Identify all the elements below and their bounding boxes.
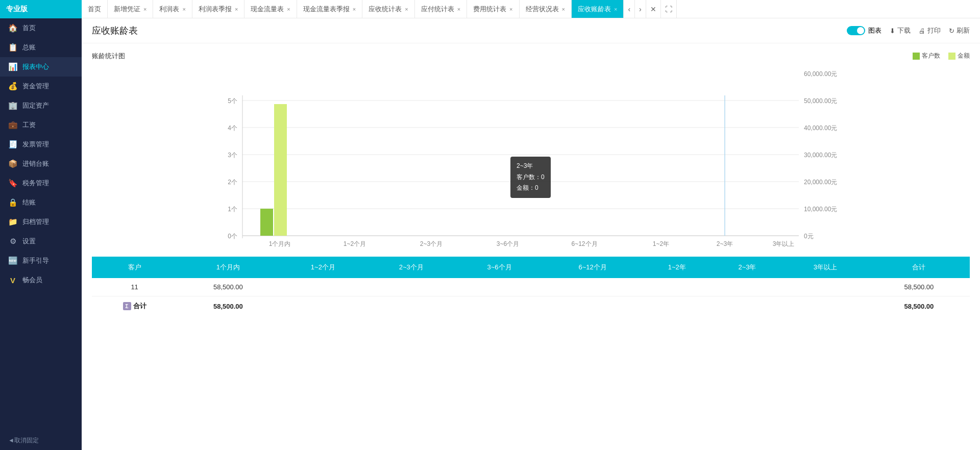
x-label-7: 3年以上 bbox=[773, 240, 795, 247]
tab-close-all-button[interactable]: ✕ bbox=[646, 0, 661, 18]
app-logo: 专业版 bbox=[0, 0, 82, 18]
cell-y12 bbox=[642, 278, 712, 296]
sidebar-item-assets[interactable]: 🏢 固定资产 bbox=[0, 96, 82, 115]
chart-svg: 0个 1个 2个 3个 4个 5个 bbox=[92, 65, 970, 248]
sidebar-item-guide[interactable]: 🆕 新手引导 bbox=[0, 251, 82, 270]
close-tab-profit[interactable]: × bbox=[182, 6, 185, 12]
close-account-icon: 🔒 bbox=[8, 198, 17, 207]
col-m612: 6~12个月 bbox=[544, 257, 642, 278]
sidebar-label-inventory: 进销台账 bbox=[22, 159, 49, 168]
close-tab-cashflow-quarterly[interactable]: × bbox=[353, 6, 356, 12]
sidebar-item-ledger[interactable]: 📋 总账 bbox=[0, 38, 82, 57]
sidebar-label-ledger: 总账 bbox=[22, 43, 36, 52]
sidebar-item-vip[interactable]: V 畅会员 bbox=[0, 270, 82, 290]
header-actions: 图表 ⬇ 下载 🖨 打印 ↻ 刷新 bbox=[847, 26, 970, 35]
sidebar-item-archive[interactable]: 📁 归档管理 bbox=[0, 212, 82, 232]
tab-expense-stats-label: 费用统计表 bbox=[473, 5, 506, 14]
tab-new-voucher[interactable]: 新增凭证 × bbox=[108, 0, 153, 18]
toggle-track[interactable] bbox=[847, 26, 865, 35]
assets-icon: 🏢 bbox=[8, 101, 17, 110]
tab-cashflow-quarterly[interactable]: 现金流量表季报 × bbox=[297, 0, 362, 18]
tax-icon: 🔖 bbox=[8, 179, 17, 188]
tab-receivable-stats[interactable]: 应收统计表 × bbox=[362, 0, 414, 18]
cell-y3plus bbox=[782, 278, 868, 296]
main-area: 首页 新增凭证 × 利润表 × 利润表季报 × 现金流量表 × 现金流量表季报 … bbox=[82, 0, 980, 450]
chart-legend: 客户数 金额 bbox=[913, 52, 970, 60]
tab-prev-button[interactable]: ‹ bbox=[624, 0, 635, 18]
download-button[interactable]: ⬇ 下载 bbox=[890, 26, 911, 35]
close-tab-expense-stats[interactable]: × bbox=[509, 6, 512, 12]
tab-aging-report[interactable]: 应收账龄表 × bbox=[572, 0, 624, 18]
tab-operation-stats[interactable]: 经营状况表 × bbox=[520, 0, 572, 18]
close-tab-new-voucher[interactable]: × bbox=[143, 6, 146, 12]
y-left-5: 5个 bbox=[228, 97, 237, 105]
sidebar: 专业版 🏠 首页 📋 总账 📊 报表中心 💰 资金管理 🏢 固定资产 💼 工资 … bbox=[0, 0, 82, 450]
sidebar-item-reports[interactable]: 📊 报表中心 bbox=[0, 57, 82, 77]
sidebar-item-close[interactable]: 🔒 结账 bbox=[0, 193, 82, 212]
footer-m23 bbox=[367, 296, 455, 316]
y-left-2: 2个 bbox=[228, 179, 237, 186]
cell-m612 bbox=[544, 278, 642, 296]
total-icon: Σ bbox=[123, 302, 131, 310]
close-tab-payable-stats[interactable]: × bbox=[457, 6, 460, 12]
tab-aging-report-label: 应收账龄表 bbox=[578, 5, 611, 14]
tab-fullscreen-button[interactable]: ⛶ bbox=[661, 0, 677, 18]
unpin-button[interactable]: ◄取消固定 bbox=[0, 431, 82, 450]
tab-receivable-stats-label: 应收统计表 bbox=[369, 5, 402, 14]
tab-home[interactable]: 首页 bbox=[82, 0, 108, 18]
print-icon: 🖨 bbox=[919, 27, 925, 35]
sidebar-item-inventory[interactable]: 📦 进销台账 bbox=[0, 154, 82, 173]
sidebar-item-tax[interactable]: 🔖 税务管理 bbox=[0, 173, 82, 193]
col-y3plus: 3年以上 bbox=[782, 257, 868, 278]
sidebar-item-invoice[interactable]: 🧾 发票管理 bbox=[0, 135, 82, 154]
sidebar-item-home[interactable]: 🏠 首页 bbox=[0, 18, 82, 38]
cell-m1: 58,500.00 bbox=[177, 278, 279, 296]
print-button[interactable]: 🖨 打印 bbox=[919, 26, 941, 35]
x-label-3: 3~6个月 bbox=[497, 240, 519, 247]
refresh-icon: ↻ bbox=[949, 27, 954, 35]
download-label: 下载 bbox=[897, 26, 911, 35]
sidebar-item-settings[interactable]: ⚙ 设置 bbox=[0, 232, 82, 251]
legend-customer: 客户数 bbox=[913, 52, 940, 60]
x-label-2: 2~3个月 bbox=[420, 240, 443, 247]
tab-home-label: 首页 bbox=[88, 5, 101, 14]
col-y12: 1~2年 bbox=[642, 257, 712, 278]
tab-expense-stats[interactable]: 费用统计表 × bbox=[467, 0, 519, 18]
y-right-1: 10,000.00元 bbox=[804, 206, 837, 213]
chart-toggle[interactable]: 图表 bbox=[847, 26, 881, 35]
sidebar-label-vip: 畅会员 bbox=[22, 276, 42, 285]
footer-label: Σ 合计 bbox=[92, 296, 177, 316]
footer-y12 bbox=[642, 296, 712, 316]
close-tab-receivable-stats[interactable]: × bbox=[405, 6, 408, 12]
sidebar-item-payroll[interactable]: 💼 工资 bbox=[0, 115, 82, 135]
col-m36: 3~6个月 bbox=[455, 257, 544, 278]
refresh-button[interactable]: ↻ 刷新 bbox=[949, 26, 970, 35]
toggle-label: 图表 bbox=[868, 26, 881, 35]
sidebar-label-settings: 设置 bbox=[22, 237, 36, 246]
tab-payable-stats-label: 应付统计表 bbox=[421, 5, 454, 14]
tab-payable-stats[interactable]: 应付统计表 × bbox=[415, 0, 467, 18]
col-y23: 2~3年 bbox=[712, 257, 782, 278]
tab-profit-quarterly[interactable]: 利润表季报 × bbox=[192, 0, 244, 18]
footer-total: 58,500.00 bbox=[868, 296, 970, 316]
x-label-4: 6~12个月 bbox=[571, 240, 597, 247]
col-total: 合计 bbox=[868, 257, 970, 278]
bar-customer-0 bbox=[260, 209, 273, 236]
col-m12: 1~2个月 bbox=[279, 257, 367, 278]
y-left-3: 3个 bbox=[228, 152, 237, 159]
close-tab-profit-quarterly[interactable]: × bbox=[235, 6, 238, 12]
close-tab-aging-report[interactable]: × bbox=[614, 6, 617, 12]
page-title: 应收账龄表 bbox=[92, 24, 847, 37]
tab-profit[interactable]: 利润表 × bbox=[153, 0, 192, 18]
y-right-5: 50,000.00元 bbox=[804, 97, 837, 105]
x-label-1: 1~2个月 bbox=[344, 240, 366, 247]
sidebar-label-archive: 归档管理 bbox=[22, 217, 49, 227]
close-tab-cashflow[interactable]: × bbox=[287, 6, 290, 12]
sidebar-item-funds[interactable]: 💰 资金管理 bbox=[0, 77, 82, 96]
footer-label-text: 合计 bbox=[133, 302, 146, 311]
close-tab-operation-stats[interactable]: × bbox=[562, 6, 565, 12]
tab-next-button[interactable]: › bbox=[635, 0, 646, 18]
cell-m23 bbox=[367, 278, 455, 296]
tab-cashflow[interactable]: 现金流量表 × bbox=[244, 0, 297, 18]
data-table: 客户 1个月内 1~2个月 2~3个月 3~6个月 6~12个月 1~2年 2~… bbox=[92, 257, 970, 316]
